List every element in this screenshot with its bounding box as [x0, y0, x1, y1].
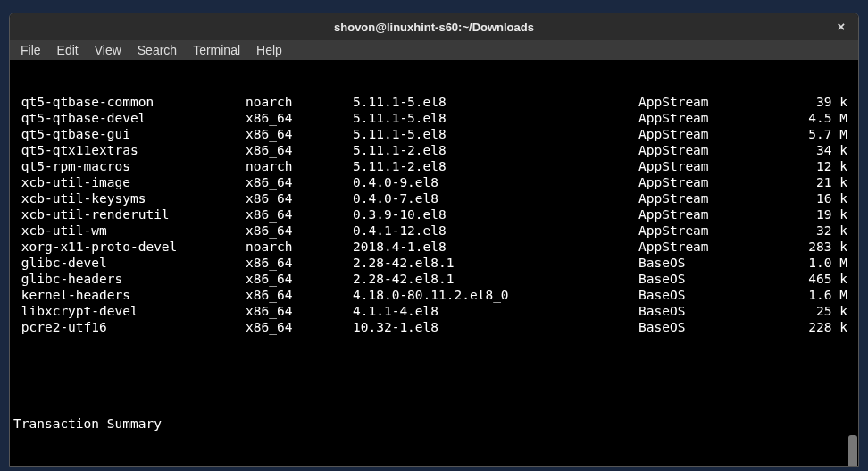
titlebar: shovon@linuxhint-s60:~/Downloads × — [10, 13, 858, 40]
menubar: File Edit View Search Terminal Help — [10, 40, 858, 60]
pkg-repo: AppStream — [638, 126, 790, 142]
package-row: qt5-qtbase-guix86_645.11.1-5.el8AppStrea… — [13, 126, 855, 142]
pkg-version: 2018.4-1.el8 — [353, 239, 638, 255]
pkg-repo: BaseOS — [638, 271, 790, 287]
pkg-repo: BaseOS — [638, 319, 790, 335]
pkg-size: 283 k — [790, 239, 855, 255]
package-row: qt5-qtbase-commonnoarch5.11.1-5.el8AppSt… — [13, 94, 855, 110]
scrollbar-thumb[interactable] — [848, 435, 857, 466]
menu-file[interactable]: File — [21, 43, 41, 57]
pkg-arch: noarch — [246, 158, 353, 174]
pkg-size: 1.0 M — [790, 255, 855, 271]
pkg-arch: x86_64 — [246, 303, 353, 319]
package-row: xcb-util-imagex86_640.4.0-9.el8AppStream… — [13, 174, 855, 190]
window-title: shovon@linuxhint-s60:~/Downloads — [334, 21, 534, 34]
pkg-name: xcb-util-wm — [13, 223, 246, 239]
pkg-version: 0.4.0-9.el8 — [353, 174, 638, 190]
package-row: qt5-qtx11extrasx86_645.11.1-2.el8AppStre… — [13, 142, 855, 158]
pkg-version: 2.28-42.el8.1 — [353, 271, 638, 287]
pkg-arch: noarch — [246, 239, 353, 255]
package-row: glibc-develx86_642.28-42.el8.1BaseOS1.0 … — [13, 255, 855, 271]
pkg-size: 19 k — [790, 206, 855, 223]
package-row: xcb-util-renderutilx86_640.3.9-10.el8App… — [13, 206, 855, 223]
pkg-repo: AppStream — [638, 142, 790, 158]
pkg-name: glibc-headers — [13, 271, 246, 287]
pkg-name: qt5-qtx11extras — [13, 142, 246, 158]
pkg-arch: x86_64 — [246, 142, 353, 158]
pkg-name: qt5-qtbase-devel — [13, 110, 246, 126]
pkg-version: 5.11.1-5.el8 — [353, 126, 638, 142]
pkg-version: 0.4.1-12.el8 — [353, 223, 638, 239]
pkg-repo: AppStream — [638, 94, 790, 110]
pkg-version: 5.11.1-2.el8 — [353, 158, 638, 174]
pkg-arch: noarch — [246, 94, 353, 110]
pkg-version: 5.11.1-5.el8 — [353, 94, 638, 110]
pkg-arch: x86_64 — [246, 110, 353, 126]
terminal-output[interactable]: qt5-qtbase-commonnoarch5.11.1-5.el8AppSt… — [10, 60, 858, 466]
pkg-size: 228 k — [790, 319, 855, 335]
pkg-name: libxcrypt-devel — [13, 303, 246, 319]
terminal-window: shovon@linuxhint-s60:~/Downloads × File … — [9, 13, 859, 467]
pkg-version: 2.28-42.el8.1 — [353, 255, 638, 271]
pkg-version: 10.32-1.el8 — [353, 319, 638, 335]
pkg-size: 5.7 M — [790, 126, 855, 142]
pkg-repo: AppStream — [638, 110, 790, 126]
pkg-arch: x86_64 — [246, 319, 353, 335]
pkg-name: glibc-devel — [13, 255, 246, 271]
package-row: qt5-qtbase-develx86_645.11.1-5.el8AppStr… — [13, 110, 855, 126]
pkg-size: 16 k — [790, 190, 855, 206]
pkg-version: 4.1.1-4.el8 — [353, 303, 638, 319]
pkg-name: kernel-headers — [13, 287, 246, 303]
pkg-size: 21 k — [790, 174, 855, 190]
pkg-repo: AppStream — [638, 239, 790, 255]
pkg-version: 5.11.1-5.el8 — [353, 110, 638, 126]
menu-help[interactable]: Help — [256, 43, 282, 57]
pkg-arch: x86_64 — [246, 287, 353, 303]
pkg-size: 12 k — [790, 158, 855, 174]
pkg-arch: x86_64 — [246, 190, 353, 206]
package-row: pcre2-utf16x86_6410.32-1.el8BaseOS228 k — [13, 319, 855, 335]
pkg-repo: BaseOS — [638, 287, 790, 303]
package-row: libxcrypt-develx86_644.1.1-4.el8BaseOS25… — [13, 303, 855, 319]
package-row: xcb-util-keysymsx86_640.4.0-7.el8AppStre… — [13, 190, 855, 206]
pkg-size: 4.5 M — [790, 110, 855, 126]
package-row: xorg-x11-proto-develnoarch2018.4-1.el8Ap… — [13, 239, 855, 255]
menu-search[interactable]: Search — [138, 43, 177, 57]
pkg-version: 5.11.1-2.el8 — [353, 142, 638, 158]
pkg-repo: AppStream — [638, 158, 790, 174]
menu-edit[interactable]: Edit — [57, 43, 79, 57]
pkg-arch: x86_64 — [246, 126, 353, 142]
pkg-size: 1.6 M — [790, 287, 855, 303]
menu-terminal[interactable]: Terminal — [193, 43, 240, 57]
pkg-size: 25 k — [790, 303, 855, 319]
pkg-name: qt5-qtbase-common — [13, 94, 246, 110]
close-button[interactable]: × — [831, 17, 851, 37]
package-row: kernel-headersx86_644.18.0-80.11.2.el8_0… — [13, 287, 855, 303]
pkg-size: 39 k — [790, 94, 855, 110]
pkg-arch: x86_64 — [246, 271, 353, 287]
package-row: qt5-rpm-macrosnoarch5.11.1-2.el8AppStrea… — [13, 158, 855, 174]
pkg-version: 0.3.9-10.el8 — [353, 206, 638, 223]
pkg-repo: BaseOS — [638, 303, 790, 319]
pkg-repo: AppStream — [638, 174, 790, 190]
pkg-size: 32 k — [790, 223, 855, 239]
pkg-name: xorg-x11-proto-devel — [13, 239, 246, 255]
pkg-arch: x86_64 — [246, 206, 353, 223]
summary-heading: Transaction Summary — [13, 416, 855, 432]
pkg-arch: x86_64 — [246, 174, 353, 190]
pkg-name: xcb-util-renderutil — [13, 206, 246, 223]
summary-separator: ========================================… — [13, 464, 855, 466]
blank-line — [13, 367, 855, 383]
pkg-version: 0.4.0-7.el8 — [353, 190, 638, 206]
pkg-name: xcb-util-image — [13, 174, 246, 190]
pkg-name: qt5-qtbase-gui — [13, 126, 246, 142]
menu-view[interactable]: View — [95, 43, 121, 57]
pkg-repo: AppStream — [638, 206, 790, 223]
pkg-repo: BaseOS — [638, 255, 790, 271]
pkg-size: 34 k — [790, 142, 855, 158]
pkg-repo: AppStream — [638, 223, 790, 239]
pkg-version: 4.18.0-80.11.2.el8_0 — [353, 287, 638, 303]
package-row: xcb-util-wmx86_640.4.1-12.el8AppStream32… — [13, 223, 855, 239]
pkg-size: 465 k — [790, 271, 855, 287]
pkg-name: qt5-rpm-macros — [13, 158, 246, 174]
